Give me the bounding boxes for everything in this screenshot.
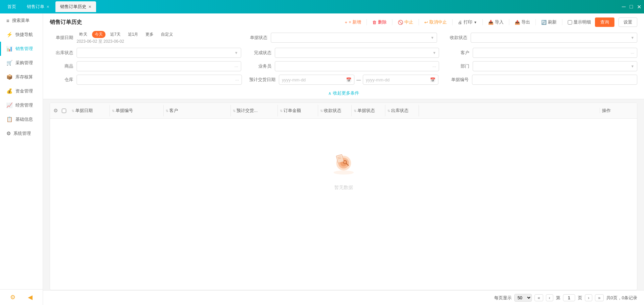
salesperson-input[interactable]: ··· (275, 61, 439, 71)
sidebar-item-quick-nav[interactable]: ⚡ 快捷导航 (0, 28, 43, 42)
first-page-button[interactable]: « (534, 294, 543, 301)
date-tab-custom[interactable]: 自定义 (158, 31, 176, 38)
product-dots: ··· (234, 64, 238, 69)
sort-icon-delivery: ⇅ (233, 109, 235, 113)
close-window-icon[interactable]: ✕ (637, 4, 641, 10)
th-order-amount[interactable]: ⇅ 订单金额 (278, 105, 318, 116)
sidebar-settings-icon[interactable]: ⚙ (10, 294, 15, 301)
basic-info-icon: 📋 (6, 116, 13, 122)
import-button[interactable]: 📥 导入 (488, 19, 504, 25)
sidebar-item-ops-mgmt[interactable]: 📈 经营管理 (0, 98, 43, 112)
sidebar-item-sales-mgmt[interactable]: 📊 销售管理 (0, 42, 43, 56)
query-button[interactable]: 查询 (595, 17, 614, 27)
order-no-input[interactable] (472, 75, 637, 85)
date-tab-yesterday[interactable]: 昨天 (77, 31, 90, 38)
refresh-button[interactable]: 🔄 刷新 (541, 19, 557, 25)
product-input[interactable]: ··· (77, 61, 241, 71)
order-no-label: 单据编号 (445, 77, 472, 83)
sidebar-item-purchase-mgmt[interactable]: 🛒 采购管理 (0, 56, 43, 70)
divider (392, 19, 392, 25)
quick-nav-icon: ⚡ (6, 32, 13, 38)
complete-select[interactable]: ▼ (275, 48, 439, 58)
new-icon: + (345, 20, 347, 25)
sidebar-item-basic-info[interactable]: 📋 基础信息 (0, 112, 43, 126)
date-tab-1month[interactable]: 近1月 (125, 31, 141, 38)
sort-icon-doc-date: ⇅ (72, 109, 74, 113)
tab-home[interactable]: 首页 (3, 1, 21, 12)
close-tab-sales-order[interactable]: ✕ (46, 5, 49, 9)
date-tab-7days[interactable]: 近7天 (108, 31, 123, 38)
calendar-to-icon[interactable]: 📅 (430, 77, 435, 82)
display-detail-checkbox[interactable]: 显示明细 (568, 19, 591, 25)
display-detail-input[interactable] (568, 20, 572, 25)
th-collection-status[interactable]: ⇅ 收款状态 (318, 105, 352, 116)
warehouse-input[interactable]: ··· (77, 75, 242, 85)
print-button[interactable]: 🖨 打印 ▼ (458, 19, 477, 25)
sidebar-item-sys-mgmt[interactable]: ⚙ 系统管理 (0, 126, 43, 141)
th-doc-no[interactable]: ⇅ 单据编号 (110, 105, 164, 116)
date-range-text: 2023-06-02 至 2023-06-02 (77, 39, 237, 44)
sidebar-item-inventory-calc[interactable]: 📦 库存核算 (0, 70, 43, 84)
minimize-icon[interactable]: ─ (622, 4, 626, 10)
close-tab-sales-order-history[interactable]: ✕ (88, 5, 91, 9)
dept-select[interactable]: ▼ (473, 61, 637, 71)
collapse-bar[interactable]: ∧ 收起更多条件 (50, 88, 637, 99)
collection-status-arrow-icon: ▼ (631, 36, 634, 40)
calendar-from-icon[interactable]: 📅 (346, 77, 351, 82)
th-customer[interactable]: ⇅ 客户 (164, 105, 231, 116)
th-expected-delivery[interactable]: ⇅ 预计交货... (231, 105, 278, 116)
delivery-date-to[interactable]: yyyy-mm-dd 📅 (363, 75, 438, 85)
pagination-bar: 每页显示 50 20 100 « ‹ 第 页 › » 共0页，0条记录 (43, 290, 644, 305)
complete-label: 完成状态 (248, 50, 275, 56)
th-outbound-status[interactable]: ⇅ 出库状态 (385, 105, 419, 116)
next-page-button[interactable]: › (585, 294, 592, 301)
delete-icon: 🗑 (372, 20, 377, 25)
page-size-select[interactable]: 50 20 100 (514, 294, 532, 302)
ops-mgmt-icon: 📈 (6, 102, 13, 108)
date-dash: — (356, 77, 361, 82)
divider (562, 19, 562, 25)
sort-icon-customer: ⇅ (166, 109, 168, 113)
cancel-stop-icon: ↩ (424, 20, 428, 25)
last-page-button[interactable]: » (595, 294, 603, 301)
divider (367, 19, 367, 25)
customer-dots: ··· (631, 50, 634, 55)
sidebar-item-search-menu[interactable]: ≡ 搜索菜单 (0, 13, 43, 28)
date-filter: 昨天 今天 近7天 近1月 更多 自定义 2023-06-02 至 2023-0… (77, 31, 237, 44)
warehouse-label: 仓库 (50, 77, 77, 83)
maximize-icon[interactable]: □ (630, 4, 633, 10)
sidebar-item-fund-mgmt[interactable]: 💰 资金管理 (0, 84, 43, 98)
print-icon: 🖨 (458, 20, 462, 25)
outbound-select[interactable]: ▼ (77, 48, 241, 58)
page-label: 第 (556, 295, 560, 301)
sidebar-collapse-icon[interactable]: ◀ (28, 294, 33, 301)
divider (509, 19, 509, 25)
page-header: 销售订单历史 + + 新增 🗑 删除 🚫 中止 (43, 13, 644, 99)
select-all-checkbox[interactable] (62, 109, 66, 113)
th-doc-status[interactable]: ⇅ 单据状态 (352, 105, 385, 116)
date-tab-more[interactable]: 更多 (143, 31, 156, 38)
stop-button[interactable]: 🚫 中止 (398, 19, 413, 25)
tab-sales-order[interactable]: 销售订单 ✕ (22, 1, 54, 12)
product-label: 商品 (50, 63, 77, 69)
status-select[interactable]: ▼ (271, 33, 437, 43)
collection-status-select[interactable]: ▼ (471, 33, 637, 43)
page-number-input[interactable] (563, 294, 575, 301)
delete-button[interactable]: 🗑 删除 (372, 19, 387, 25)
th-doc-date[interactable]: ⇅ 单据日期 (70, 105, 110, 116)
filter-row-4: 仓库 ··· 预计交货日期 yyyy-mm-dd 📅 — yyyy-mm-dd (50, 75, 637, 85)
settings-button[interactable]: 设置 (618, 17, 637, 27)
new-button[interactable]: + + 新增 (345, 19, 361, 25)
purchase-mgmt-icon: 🛒 (6, 60, 13, 66)
salesperson-label: 业务员 (248, 63, 275, 69)
customer-input[interactable]: ··· (473, 48, 637, 58)
tab-sales-order-history[interactable]: 销售订单历史 ✕ (55, 1, 96, 12)
page-unit: 页 (578, 295, 582, 301)
import-icon: 📥 (488, 20, 493, 25)
table-settings-icon[interactable]: ⚙ (53, 108, 58, 114)
delivery-date-from[interactable]: yyyy-mm-dd 📅 (279, 75, 354, 85)
date-tab-today[interactable]: 今天 (92, 31, 105, 38)
cancel-stop-button[interactable]: ↩ 取消中止 (424, 19, 447, 25)
export-button[interactable]: 📤 导出 (515, 19, 530, 25)
prev-page-button[interactable]: ‹ (546, 294, 553, 301)
